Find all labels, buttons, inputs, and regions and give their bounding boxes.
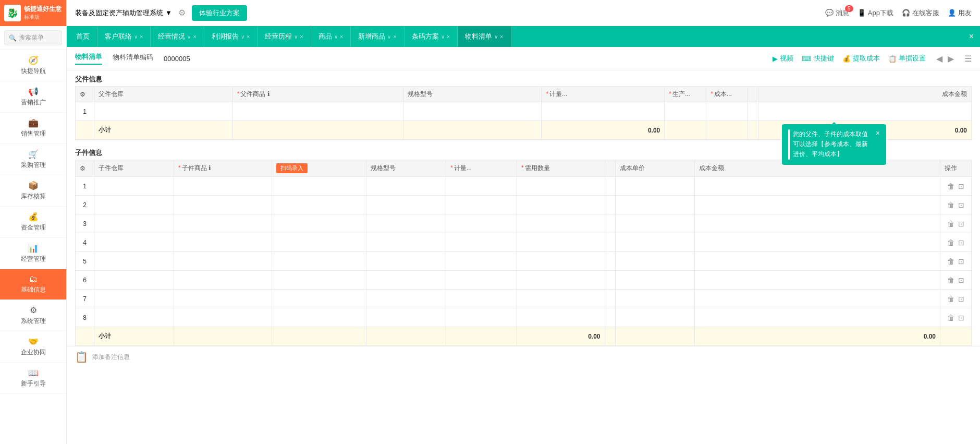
child-spec-cell[interactable] <box>366 252 446 271</box>
parent-unit-cell[interactable] <box>542 102 665 121</box>
child-qty-cell[interactable] <box>517 196 605 214</box>
tooltip-close-button[interactable]: × <box>876 129 880 137</box>
child-spec-cell[interactable] <box>366 214 446 233</box>
close-icon[interactable]: × <box>140 33 143 40</box>
app-download-button[interactable]: 📱 App下载 <box>858 8 893 18</box>
child-unit-cell[interactable] <box>446 177 517 196</box>
delete-icon[interactable]: 🗑 <box>947 276 954 284</box>
child-warehouse-cell[interactable] <box>94 290 174 308</box>
child-product-cell[interactable] <box>174 252 272 271</box>
copy-icon[interactable]: ⊡ <box>958 276 964 284</box>
child-unit-cost-cell[interactable] <box>615 308 695 327</box>
delete-icon[interactable]: 🗑 <box>947 201 954 209</box>
child-unit-cost-cell[interactable] <box>615 177 695 196</box>
copy-icon[interactable]: ⊡ <box>958 257 964 266</box>
tab-profit[interactable]: 利润报告 ∨ × <box>204 26 258 47</box>
child-unit-cell[interactable] <box>446 271 517 290</box>
child-amount-cell[interactable] <box>695 177 940 196</box>
child-amount-cell[interactable] <box>695 290 940 308</box>
sidebar-item-operations[interactable]: 📊 经营管理 <box>0 238 66 269</box>
tab-customer[interactable]: 客户联络 ∨ × <box>97 26 151 47</box>
close-icon[interactable]: × <box>193 33 196 40</box>
copy-icon[interactable]: ⊡ <box>958 201 964 209</box>
tab-products[interactable]: 商品 ∨ × <box>311 26 351 47</box>
child-qty-cell[interactable] <box>517 252 605 271</box>
child-amount-cell[interactable] <box>695 196 940 214</box>
child-qty-cell[interactable] <box>517 233 605 252</box>
th-parent-settings[interactable]: ⚙ <box>76 87 94 102</box>
delete-icon[interactable]: 🗑 <box>947 220 954 228</box>
child-qty-cell[interactable] <box>517 271 605 290</box>
parent-produce-cell[interactable] <box>665 102 706 121</box>
child-product-cell[interactable] <box>174 196 272 214</box>
sidebar-item-guide[interactable]: 📖 新手引导 <box>0 363 66 394</box>
child-unit-cell[interactable] <box>446 290 517 308</box>
parent-spec-cell[interactable] <box>403 102 542 121</box>
child-unit-cost-cell[interactable] <box>615 214 695 233</box>
close-icon[interactable]: × <box>340 33 343 40</box>
parent-warehouse-cell[interactable] <box>94 102 233 121</box>
prev-button[interactable]: ◀ <box>934 53 945 65</box>
child-unit-cell[interactable] <box>446 196 517 214</box>
child-warehouse-cell[interactable] <box>94 308 174 327</box>
sidebar-item-enterprise[interactable]: 🤝 企业协同 <box>0 331 66 363</box>
child-warehouse-cell[interactable] <box>94 196 174 214</box>
online-service-button[interactable]: 🎧 在线客服 <box>902 8 939 18</box>
child-unit-cost-cell[interactable] <box>615 196 695 214</box>
delete-icon[interactable]: 🗑 <box>947 295 954 303</box>
child-product-cell[interactable] <box>174 177 272 196</box>
sidebar-item-inventory[interactable]: 📦 库存核算 <box>0 175 66 207</box>
copy-icon[interactable]: ⊡ <box>958 182 964 190</box>
child-spec-cell[interactable] <box>366 308 446 327</box>
child-product-cell[interactable] <box>174 271 272 290</box>
copy-icon[interactable]: ⊡ <box>958 238 964 247</box>
child-product-cell[interactable] <box>174 308 272 327</box>
extract-cost-button[interactable]: 💰 提取成本 <box>842 54 880 63</box>
child-spec-cell[interactable] <box>366 233 446 252</box>
delete-icon[interactable]: 🗑 <box>947 238 954 247</box>
child-unit-cell[interactable] <box>446 308 517 327</box>
copy-icon[interactable]: ⊡ <box>958 314 964 322</box>
delete-icon[interactable]: 🗑 <box>947 182 954 190</box>
parent-product-cell[interactable] <box>232 102 403 121</box>
child-unit-cost-cell[interactable] <box>615 271 695 290</box>
sub-tab-code[interactable]: 物料清单编码 <box>113 53 153 64</box>
system-selector[interactable]: 装备及固定资产辅助管理系统 ▼ <box>75 8 172 18</box>
list-view-icon[interactable]: ☰ <box>964 54 972 64</box>
message-button[interactable]: 💬 消息 5 <box>825 8 849 18</box>
close-all-button[interactable]: × <box>965 32 978 41</box>
child-spec-cell[interactable] <box>366 196 446 214</box>
child-unit-cost-cell[interactable] <box>615 290 695 308</box>
add-note-icon[interactable]: 📋 <box>75 351 88 363</box>
sidebar-item-marketing[interactable]: 📢 营销推广 <box>0 81 66 113</box>
close-icon[interactable]: × <box>393 33 396 40</box>
sidebar-item-quick-nav[interactable]: 🧭 快捷导航 <box>0 50 66 81</box>
sidebar-item-system[interactable]: ⚙ 系统管理 <box>0 300 66 331</box>
parent-cost-cell[interactable] <box>706 102 748 121</box>
child-unit-cell[interactable] <box>446 233 517 252</box>
child-product-cell[interactable] <box>174 233 272 252</box>
doc-settings-button[interactable]: 📋 单据设置 <box>888 54 926 63</box>
delete-icon[interactable]: 🗑 <box>947 257 954 266</box>
sidebar-item-basic-info[interactable]: 🗂 基础信息 <box>0 269 66 300</box>
close-icon[interactable]: × <box>500 33 503 40</box>
copy-icon[interactable]: ⊡ <box>958 220 964 228</box>
child-warehouse-cell[interactable] <box>94 252 174 271</box>
child-qty-cell[interactable] <box>517 214 605 233</box>
close-icon[interactable]: × <box>247 33 250 40</box>
delete-icon[interactable]: 🗑 <box>947 314 954 322</box>
tab-home[interactable]: 首页 <box>69 26 97 47</box>
child-warehouse-cell[interactable] <box>94 271 174 290</box>
sidebar-item-finance[interactable]: 💰 资金管理 <box>0 207 66 238</box>
shortcut-button[interactable]: ⌨ 快捷键 <box>802 54 834 63</box>
child-amount-cell[interactable] <box>695 252 940 271</box>
child-qty-cell[interactable] <box>517 290 605 308</box>
child-amount-cell[interactable] <box>695 214 940 233</box>
search-menu-button[interactable]: 🔍 搜索菜单 <box>4 30 62 45</box>
tab-bom[interactable]: 物料清单 ∨ × <box>458 26 511 47</box>
child-amount-cell[interactable] <box>695 233 940 252</box>
video-button[interactable]: ▶ 视频 <box>773 54 793 63</box>
child-amount-cell[interactable] <box>695 271 940 290</box>
scan-button[interactable]: 扫码录入 <box>276 163 308 173</box>
trial-button[interactable]: 体验行业方案 <box>192 5 247 21</box>
